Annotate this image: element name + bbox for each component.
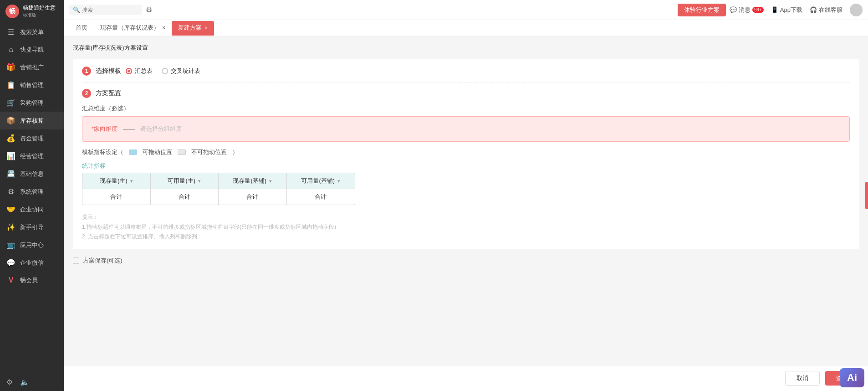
tab-new-plan-close[interactable]: × xyxy=(204,25,208,31)
app-edition: 标准版 xyxy=(23,12,56,18)
stats-header-row: 现存量(主) ▾ 可用量(主) ▾ 现存量(基辅) ▾ xyxy=(82,173,355,189)
sidebar-item-quicknav-label: 快捷导航 xyxy=(20,46,44,54)
template-indicator-row: 模板指标设定（ 可拖动位置 不可拖动位置 ） xyxy=(82,148,850,156)
tips-section: 提示： 1.拖动标题栏可以调整布局，不可跨维度或指标区域拖动栏目字段(只能在同一… xyxy=(82,212,850,242)
tab-new-plan[interactable]: 新建方案 × xyxy=(172,21,214,36)
stats-col-1-label: 现存量(主) xyxy=(100,177,128,185)
finance-icon: 💰 xyxy=(6,134,15,143)
page-header: 现存量(库存状况表)方案设置 xyxy=(73,44,859,52)
sidebar-item-wechat[interactable]: 💬 企业微信 xyxy=(0,254,64,272)
ai-badge[interactable]: Ai xyxy=(840,368,864,387)
sidebar-item-search[interactable]: ☰ 搜索菜单 xyxy=(0,23,64,41)
home-icon: ⌂ xyxy=(6,46,15,54)
tip1: 1.拖动标题栏可以调整布局，不可跨维度或指标区域拖动栏目字段(只能在同一维度或指… xyxy=(82,222,850,232)
template-suffix: ） xyxy=(232,148,238,156)
stats-table: 现存量(主) ▾ 可用量(主) ▾ 现存量(基辅) ▾ xyxy=(82,173,355,205)
stats-body-cell-1: 合计 xyxy=(82,189,151,205)
logo-text-block: 畅捷通好生意 标准版 xyxy=(23,5,56,18)
sidebar-item-purchase[interactable]: 🛒 采购管理 xyxy=(0,94,64,112)
sidebar-item-inventory[interactable]: 📦 库存核算 xyxy=(0,112,64,129)
sidebar-item-system-label: 系统管理 xyxy=(20,188,44,196)
dimension-required-area[interactable]: *纵向维度 —— 请选择分组维度 xyxy=(82,116,850,142)
message-label: 消息 xyxy=(739,6,751,14)
sidebar-item-search-label: 搜索菜单 xyxy=(20,28,44,36)
draggable-indicator xyxy=(129,149,137,155)
sidebar-item-finance-label: 资金管理 xyxy=(20,134,44,143)
stats-col-2[interactable]: 可用量(主) ▾ xyxy=(151,173,219,189)
sidebar-item-quicknav[interactable]: ⌂ 快捷导航 xyxy=(0,41,64,58)
tab-home[interactable]: 首页 xyxy=(69,21,94,36)
sidebar-item-collab-label: 企业协同 xyxy=(20,206,44,214)
topbar-right: 💬 消息 99+ 📱 App下载 🎧 在线客服 xyxy=(730,4,863,16)
radio-summary[interactable]: 汇总表 xyxy=(126,67,153,75)
stats-col-4-label: 可用量(基辅) xyxy=(301,177,335,185)
member-icon: V xyxy=(6,276,15,284)
save-row: 方案保存(可选) xyxy=(73,257,859,265)
sidebar-item-management[interactable]: 📊 经营管理 xyxy=(0,147,64,165)
topbar: 🔍 ⚙ 体验行业方案 💬 消息 99+ 📱 App下载 🎧 在线客服 xyxy=(64,0,868,20)
online-service-label: 在线客服 xyxy=(819,6,842,14)
avatar[interactable] xyxy=(850,4,863,16)
stats-body-cell-3: 合计 xyxy=(219,189,287,205)
message-item[interactable]: 💬 消息 99+ xyxy=(730,6,764,14)
sidebar-item-member[interactable]: V 畅会员 xyxy=(0,272,64,289)
search-box[interactable]: 🔍 xyxy=(69,5,142,15)
online-service-item[interactable]: 🎧 在线客服 xyxy=(810,6,842,14)
step2-section: 汇总维度（必选） *纵向维度 —— 请选择分组维度 模板指标设定（ 可拖动位置 … xyxy=(82,104,850,242)
sales-icon: 📋 xyxy=(6,81,15,89)
basic-icon: 📇 xyxy=(6,170,15,178)
tips-title: 提示： xyxy=(82,214,98,220)
tabs-bar: 首页 现存量（库存状况表） × 新建方案 × xyxy=(64,20,868,36)
phone-icon: 📱 xyxy=(771,6,778,13)
sidebar-item-marketing[interactable]: 🎁 营销推广 xyxy=(0,58,64,76)
cancel-button[interactable]: 取消 xyxy=(785,371,820,386)
sidebar-item-system[interactable]: ⚙ 系统管理 xyxy=(0,183,64,201)
radio-cross[interactable]: 交叉统计表 xyxy=(162,67,200,75)
vertical-label: *纵向维度 xyxy=(92,125,117,133)
chevron-down-icon-4: ▾ xyxy=(337,178,340,184)
message-badge: 99+ xyxy=(752,7,764,13)
app-name: 畅捷通好生意 xyxy=(23,5,56,12)
sidebar-item-finance[interactable]: 💰 资金管理 xyxy=(0,129,64,147)
sidebar-item-appcenter[interactable]: 📺 应用中心 xyxy=(0,236,64,254)
sidebar-item-collab[interactable]: 🤝 企业协同 xyxy=(0,201,64,218)
sound-icon[interactable]: 🔈 xyxy=(20,378,29,386)
tab-inventory-close[interactable]: × xyxy=(162,25,165,31)
sidebar-item-management-label: 经营管理 xyxy=(20,152,44,160)
app-download-item[interactable]: 📱 App下载 xyxy=(771,6,802,14)
stats-col-3[interactable]: 现存量(基辅) ▾ xyxy=(219,173,287,189)
sidebar-item-sales-label: 销售管理 xyxy=(20,81,44,89)
stats-col-2-label: 可用量(主) xyxy=(168,177,195,185)
search-icon: 🔍 xyxy=(73,6,80,13)
save-label: 方案保存(可选) xyxy=(83,257,123,265)
sidebar-bottom: ⚙ 🔈 xyxy=(0,373,64,391)
sidebar-item-sales[interactable]: 📋 销售管理 xyxy=(0,76,64,94)
appcenter-icon: 📺 xyxy=(6,241,15,249)
sidebar-item-marketing-label: 营销推广 xyxy=(20,63,44,72)
tab-inventory[interactable]: 现存量（库存状况表） × xyxy=(94,21,172,36)
save-checkbox[interactable] xyxy=(73,257,79,264)
step1-row: 1 选择模板 汇总表 交叉统计表 xyxy=(82,67,850,76)
sidebar-item-basic[interactable]: 📇 基础信息 xyxy=(0,165,64,183)
search-input[interactable] xyxy=(82,7,132,13)
stats-col-3-label: 现存量(基辅) xyxy=(233,177,266,185)
dash-separator: —— xyxy=(123,126,135,133)
sidebar-item-member-label: 畅会员 xyxy=(20,276,38,284)
radio-cross-dot xyxy=(162,68,168,74)
draggable-label: 可拖动位置 xyxy=(143,148,172,156)
sidebar-item-guide[interactable]: ✨ 新手引导 xyxy=(0,218,64,236)
template-label: 模板指标设定（ xyxy=(82,148,123,156)
stats-body-cell-2: 合计 xyxy=(151,189,219,205)
chevron-down-icon-1: ▾ xyxy=(130,178,133,184)
search-menu-icon: ☰ xyxy=(6,28,15,36)
settings-section: 1 选择模板 汇总表 交叉统计表 2 方案配置 xyxy=(73,59,859,249)
sidebar-item-purchase-label: 采购管理 xyxy=(20,99,44,107)
stats-col-1[interactable]: 现存量(主) ▾ xyxy=(82,173,151,189)
chevron-down-icon-2: ▾ xyxy=(198,178,201,184)
trial-button[interactable]: 体验行业方案 xyxy=(678,4,726,16)
settings-bottom-icon[interactable]: ⚙ xyxy=(6,378,13,386)
settings-icon[interactable]: ⚙ xyxy=(146,5,152,14)
logo-icon: 畅 xyxy=(5,5,19,18)
stats-col-4[interactable]: 可用量(基辅) ▾ xyxy=(287,173,355,189)
gift-icon: 🎁 xyxy=(6,63,15,72)
